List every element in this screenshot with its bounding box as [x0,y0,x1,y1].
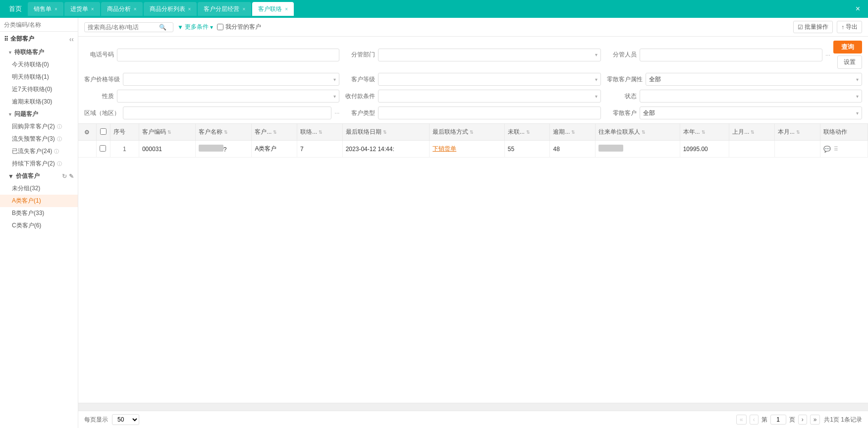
td-customer-type: A类客户 [252,141,297,158]
nav-home[interactable]: 首页 [4,4,27,13]
all-customers-label: 全部客户 [10,35,34,43]
nature-dropdown[interactable]: ▾ [117,90,339,103]
triangle-down-icon-2: ▼ [8,112,12,117]
nav-tab-customer-contact[interactable]: 客户联络 × [252,2,294,16]
filter-row-region: 区域（地区） ··· [84,107,339,119]
td-last-method: 下销货单 [430,141,505,158]
sidebar-search-input[interactable] [4,21,78,28]
settings-button[interactable]: 设置 [837,55,862,69]
chat-icon[interactable]: 💬 [823,146,831,153]
th-this-year: 本年...⇅ [680,124,729,141]
sort-icon-date: ⇅ [383,130,387,135]
sort-icon-code: ⇅ [167,130,171,135]
sidebar-item-b-class[interactable]: B类客户(33) [0,207,78,219]
td-last-month [729,141,775,158]
nav-tab-analysis-list-close[interactable]: × [188,6,191,12]
first-page-btn[interactable]: « [736,415,747,425]
per-page-select[interactable]: 50 100 200 [112,414,139,425]
region-more-btn[interactable]: ··· [334,109,339,116]
phone-label: 电话号码 [84,51,114,59]
nav-tab-analysis-close[interactable]: × [134,6,137,12]
payment-dropdown[interactable]: ▾ [378,90,600,103]
retail-attr-dropdown[interactable]: 全部▾ [646,73,862,86]
sidebar-collapse-icon[interactable]: ‹‹ [69,35,74,43]
nav-tab-sales[interactable]: 销售单 × [28,2,63,16]
sidebar-item-today-label: 今天待联络(0) [12,60,49,69]
sort-icon-no-contact: ⇅ [526,130,530,135]
filter-more-arrow: ▾ [210,24,213,31]
sidebar-item-overdue[interactable]: 逾期未联络(30) [0,96,78,108]
sidebar-item-7days[interactable]: 近7天待联络(0) [0,83,78,96]
edit-icon[interactable]: ✎ [69,173,74,180]
sidebar-item-abnormal[interactable]: 回购异常客户(2) ⓘ [0,120,78,133]
gear-icon[interactable]: ⚙ [84,129,90,136]
sidebar-item-today[interactable]: 今天待联络(0) [0,58,78,71]
nav-tab-analysis-label: 商品分析 [107,5,131,13]
sidebar-item-7days-label: 近7天待联络(0) [12,85,52,94]
sidebar-item-lost-label: 已流失客户(24) [12,147,52,156]
sidebar-item-declining-label: 持续下滑客户(2) [12,160,55,168]
filter-row-person: 分管人员 ··· 查询 设置 [607,41,862,69]
person-input[interactable] [640,49,822,61]
grid-action-icon[interactable]: ⠿ [834,146,838,153]
prev-page-btn[interactable]: ‹ [750,415,759,425]
th-last-method: 最后联络方式⇅ [430,124,505,141]
nav-tab-purchase[interactable]: 进货单 × [64,2,100,16]
query-button[interactable]: 查询 [833,41,862,54]
status-dropdown[interactable]: ▾ [640,90,862,103]
nav-tab-purchase-close[interactable]: × [91,6,94,12]
last-method-link[interactable]: 下销货单 [433,145,456,152]
person-more-btn[interactable]: ··· [825,52,830,58]
nav-tab-customer-mgmt-close[interactable]: × [242,6,245,12]
my-customers-input[interactable] [217,24,223,30]
batch-ops-button[interactable]: ☑ 批量操作 [793,21,833,33]
retail-dropdown[interactable]: 全部▾ [640,107,862,119]
filter-search-icon: 🔍 [159,24,166,31]
sidebar-item-warning[interactable]: 流失预警客户(3) ⓘ [0,133,78,145]
nav-tab-sales-close[interactable]: × [54,6,57,12]
page-number-input[interactable] [770,415,786,425]
sidebar-item-c-class[interactable]: C类客户(6) [0,219,78,232]
problem-group-label: 问题客户 [14,110,38,118]
refresh-icon[interactable]: ↻ [62,173,67,180]
sidebar-item-a-class[interactable]: A类客户(1) [0,195,78,207]
next-page-btn[interactable]: › [798,415,807,425]
nav-tab-analysis-list[interactable]: 商品分析列表 × [144,2,197,16]
sidebar-item-lost[interactable]: 已流失客户(24) ⓘ [0,145,78,158]
price-level-dropdown[interactable]: ▾ [123,73,339,86]
last-page-btn[interactable]: » [810,415,820,425]
nav-tab-customer-mgmt[interactable]: 客户分层经营 × [198,2,251,16]
dept-dropdown[interactable]: ▾ [378,49,600,61]
phone-input[interactable] [117,49,339,61]
nav-tab-sales-label: 销售单 [34,5,52,13]
export-button[interactable]: ↑ 导出 [837,21,862,33]
total-label: 共1页 1条记录 [824,416,862,424]
horizontal-scrollbar[interactable] [78,403,868,411]
customer-level-dropdown[interactable]: ▾ [378,73,600,86]
region-input[interactable] [123,107,331,119]
select-all-checkbox[interactable] [100,128,107,135]
sidebar-item-ungrouped[interactable]: 未分组(32) [0,182,78,195]
my-customers-checkbox[interactable]: 我分管的客户 [217,23,261,31]
td-action: 💬 ⠿ [820,141,868,158]
filter-more-btn[interactable]: ▼ 更多条件 ▾ [177,23,213,31]
nav-tab-analysis[interactable]: 商品分析 × [101,2,143,16]
sidebar-item-tomorrow[interactable]: 明天待联络(1) [0,71,78,83]
grid-icon: ⠿ [4,36,8,43]
sort-icon-overdue: ⇅ [571,130,575,135]
info-icon-1: ⓘ [57,123,62,130]
sort-icon-person: ⇅ [642,130,646,135]
window-close-button[interactable]: × [852,4,864,13]
info-icon-2: ⓘ [57,136,62,143]
filter-search-input[interactable] [88,24,157,31]
sidebar-all-customers[interactable]: ⠿ 全部客户 ‹‹ [0,32,78,46]
my-customers-label: 我分管的客户 [225,23,261,31]
row-checkbox[interactable] [100,145,106,152]
customer-type-input[interactable] [378,107,600,119]
sidebar-item-declining[interactable]: 持续下滑客户(2) ⓘ [0,158,78,170]
triangle-down-icon: ▼ [8,50,12,55]
customer-type-label: 客户类型 [345,109,375,117]
nav-tab-customer-contact-close[interactable]: × [285,6,288,12]
table-body: 1 000031 ? A类客户 7 2023-04-12 14:44: 下销货单… [78,141,868,158]
td-checkbox [96,141,110,158]
